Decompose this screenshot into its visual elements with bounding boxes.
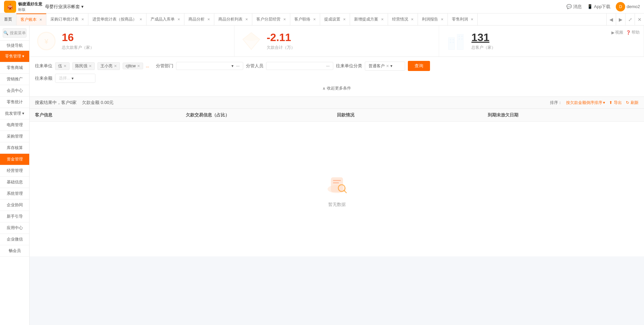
logo-version: 标版 (18, 7, 42, 12)
video-help-button[interactable]: ▶ 视频 (611, 30, 623, 35)
tag-close-luc[interactable]: ✕ (63, 64, 67, 68)
category-select[interactable]: 普通客户 ✕ ▾ (365, 62, 405, 71)
chevron-icon-pifa: ▾ (21, 111, 24, 116)
sidebar-item-xitong-guanli[interactable]: 系统管理 (0, 188, 29, 200)
tab-close-ticheng-shezhi[interactable]: ✕ (343, 17, 346, 21)
amount-select[interactable]: 选择... ▾ (55, 74, 95, 83)
sidebar-item-jingying-guanli[interactable]: 经营管理 (0, 165, 29, 177)
sidebar-item-lingshouguan-li[interactable]: 零售管理 ▾ (0, 51, 29, 62)
video-icon: ▶ (611, 30, 614, 35)
user-area[interactable]: D demo2 (616, 2, 640, 11)
tab-lingshoul-irun[interactable]: 零售利润 ✕ (448, 13, 478, 26)
tab-caigou-tongji[interactable]: 采购订单统计表 ✕ (46, 13, 88, 26)
tag-close-wangxiaoliang[interactable]: ✕ (114, 64, 117, 68)
tab-xinzeng-ticheng[interactable]: 新增提成方案 ✕ (350, 13, 388, 26)
topbar: 🎪 畅捷通好生意 标版 母婴行业演示帐套 ▾ 💬 消息 📱 App下载 D de… (0, 0, 644, 13)
tab-close-shangpin-fenxi[interactable]: ✕ (207, 17, 210, 21)
tab-close-shangpin-liebo[interactable]: ✕ (245, 17, 248, 21)
filter-more-tags[interactable]: ... (146, 64, 149, 68)
sidebar-item-chang-huiyuan[interactable]: 畅会员 (0, 245, 29, 257)
filter-area: 往来单位 伍 ✕ 陈民强 ✕ 王小亮 ✕ cjttcw ✕ ... (30, 57, 644, 97)
tab-close-kehu-fenceng[interactable]: ✕ (283, 17, 286, 21)
coin-icon: ¥ (36, 31, 56, 51)
tab-close-kehu-benzi[interactable]: ✕ (39, 18, 42, 22)
stat-card-total-debit-amount: -2.11 欠款合计（万） (234, 26, 439, 57)
sidebar-item-qiye-xietong[interactable]: 企业协同 (0, 200, 29, 211)
tab-close-caigou-tongji[interactable]: ✕ (81, 17, 84, 21)
sidebar-item-kucun-hesuan[interactable]: 库存核算 (0, 142, 29, 154)
svg-rect-17 (333, 182, 339, 183)
tab-kehu-benzi[interactable]: 客户账本 ✕ (16, 13, 46, 26)
avatar: D (616, 2, 625, 11)
tag-close-cjttcw[interactable]: ✕ (137, 64, 140, 68)
sidebar-item-zijin-guanli[interactable]: 资金管理 (0, 154, 29, 165)
tab-kehu-lianxi[interactable]: 客户联络 ✕ (290, 13, 320, 26)
filter-tag-chenminqiang[interactable]: 陈民强 ✕ (72, 62, 95, 70)
sidebar-item-lingshoutongji[interactable]: 零售统计 (0, 97, 29, 108)
refresh-button[interactable]: ↻ 刷新 (626, 100, 639, 106)
person-select[interactable]: ··· (266, 62, 333, 70)
svg-rect-6 (450, 39, 451, 40)
filter-tag-cjttcw[interactable]: cjttcw ✕ (123, 63, 143, 69)
sort-select[interactable]: 按欠款金额倒序排序 ▾ (566, 100, 605, 106)
tab-shangpin-liebo[interactable]: 商品分析列表 ✕ (214, 13, 252, 26)
collapse-filter-button[interactable]: ∧ 收起更多条件 (35, 85, 639, 91)
tab-lirun-baogao[interactable]: 利润报告 ✕ (418, 13, 448, 26)
chevron-down-icon-cat: ▾ (390, 64, 392, 68)
main-layout: 🔍 搜索菜单 快捷导航 零售管理 ▾ 零售商城 营销推广 会员中心 零售统计 批… (0, 26, 644, 325)
col-debit-info: 欠款交易信息（占比） (186, 112, 337, 118)
tab-home[interactable]: 首页 (0, 13, 16, 26)
tab-kehu-fenceng[interactable]: 客户分层经营 ✕ (252, 13, 290, 26)
more-icon: ··· (236, 64, 240, 68)
filter-tag-wangxiaoliang[interactable]: 王小亮 ✕ (97, 62, 120, 70)
unit-filter-label: 往来单位 (35, 63, 52, 69)
tab-shangpin-fenxi[interactable]: 商品分析 ✕ (184, 13, 214, 26)
quick-nav-button[interactable]: 快捷导航 (0, 41, 29, 51)
svg-rect-7 (453, 39, 454, 40)
filter-tag-luc[interactable]: 伍 ✕ (55, 62, 70, 70)
app-download-button[interactable]: 📱 App下载 (587, 4, 610, 10)
dept-select[interactable]: ▾ ··· (176, 62, 243, 70)
tab-jingying-qingkuang[interactable]: 经营情况 ✕ (388, 13, 418, 26)
search-menu-button[interactable]: 🔍 搜索菜单 (3, 28, 27, 38)
export-button[interactable]: ⬆ 导出 (609, 100, 622, 106)
tab-close-all-button[interactable]: ✕ (635, 13, 644, 26)
message-button[interactable]: 💬 消息 (566, 4, 582, 10)
tab-ticheng-shezhi[interactable]: 提成设置 ✕ (320, 13, 350, 26)
sidebar-item-qiye-weixin[interactable]: 企业微信 (0, 234, 29, 245)
sidebar-item-yingxiao-tuiguang[interactable]: 营销推广 (0, 74, 29, 85)
tag-close-category[interactable]: ✕ (386, 64, 389, 68)
tab-chancheng-ruku[interactable]: 产成品入库单 ✕ (146, 13, 184, 26)
sort-label: 排序： (550, 100, 562, 106)
sidebar-item-yingyong-zhongxin[interactable]: 应用中心 (0, 222, 29, 234)
tab-close-xinzeng-ticheng[interactable]: ✕ (381, 17, 384, 21)
sidebar: 🔍 搜索菜单 快捷导航 零售管理 ▾ 零售商城 营销推广 会员中心 零售统计 批… (0, 26, 30, 325)
user-name: demo2 (627, 4, 640, 9)
tab-close-chancheng-ruku[interactable]: ✕ (177, 17, 180, 21)
query-button[interactable]: 查询 (408, 61, 430, 71)
tab-close-jinhuo-tongji[interactable]: ✕ (139, 17, 142, 21)
sidebar-item-xinshou-yindao[interactable]: 新手引导 (0, 211, 29, 222)
tab-close-jingying-qingkuang[interactable]: ✕ (411, 17, 414, 21)
tab-expand-button[interactable]: ⤢ (625, 13, 635, 26)
sidebar-item-pifa-guanli[interactable]: 批发管理 ▾ (0, 108, 29, 119)
col-due-date: 到期未放欠日期 (488, 112, 639, 118)
sidebar-item-caigou-guanli[interactable]: 采购管理 (0, 131, 29, 142)
sidebar-item-lingshouguan-shang[interactable]: 零售商城 (0, 62, 29, 74)
stat-label-total-customers: 总客户（家） (471, 45, 496, 50)
topbar-selector[interactable]: 母婴行业演示帐套 ▾ (45, 4, 84, 10)
tab-prev-button[interactable]: ◀ (606, 13, 616, 26)
tag-close-chenminqiang[interactable]: ✕ (89, 64, 92, 68)
tab-close-lirun-baogao[interactable]: ✕ (441, 17, 443, 21)
tab-next-button[interactable]: ▶ (616, 13, 625, 26)
tab-jinhuo-tongji[interactable]: 进货单统计表（按商品） ✕ (88, 13, 146, 26)
doc-help-button[interactable]: ❓ 帮助 (626, 30, 640, 35)
tab-close-kehu-lianxi[interactable]: ✕ (313, 17, 316, 21)
sidebar-item-dianshang-guanli[interactable]: 电商管理 (0, 119, 29, 131)
stat-value-total-customers[interactable]: 131 (471, 32, 496, 43)
stat-label-debit-amount: 欠款合计（万） (267, 45, 295, 50)
sidebar-item-jichu-xinxi[interactable]: 基础信息 (0, 177, 29, 188)
sidebar-item-huiyuan-zhongxin[interactable]: 会员中心 (0, 85, 29, 97)
tab-close-lingshoul-irun[interactable]: ✕ (471, 17, 473, 21)
stat-card-total-debit-customers: ¥ 16 总欠款客户（家） (30, 26, 234, 57)
